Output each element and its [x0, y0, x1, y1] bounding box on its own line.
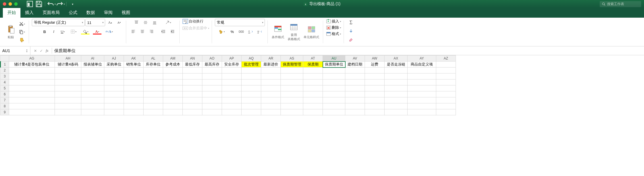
- cell-AQ7[interactable]: [242, 97, 261, 103]
- delete-cells-button[interactable]: 删除▾: [326, 25, 341, 30]
- cell-AZ9[interactable]: [436, 109, 456, 115]
- cell-AH7[interactable]: [55, 97, 81, 103]
- cell-AW8[interactable]: [365, 103, 385, 109]
- cell-AP9[interactable]: [222, 109, 242, 115]
- cell-AL1[interactable]: 库存单位: [144, 62, 163, 67]
- cell-AK3[interactable]: [124, 73, 144, 79]
- spreadsheet-grid[interactable]: AGAHAIAJAKALAMANAOAPAQARASATAUAVAWAXAYAZ…: [0, 55, 644, 115]
- bold-button[interactable]: B: [40, 28, 49, 35]
- cell-AQ6[interactable]: [242, 91, 261, 97]
- cell-AM8[interactable]: [163, 103, 183, 109]
- name-box-stepper[interactable]: ▲▼: [26, 49, 28, 53]
- cell-AP6[interactable]: [222, 91, 242, 97]
- row-header-5[interactable]: 5: [1, 85, 9, 91]
- italic-button[interactable]: I: [49, 28, 58, 35]
- cell-AM4[interactable]: [163, 79, 183, 85]
- cell-AU5[interactable]: [323, 85, 345, 91]
- name-box[interactable]: AU1 ▲▼: [0, 46, 30, 55]
- cell-AJ6[interactable]: [104, 91, 124, 97]
- row-header-4[interactable]: 4: [1, 79, 9, 85]
- cell-AH8[interactable]: [55, 103, 81, 109]
- cell-AI4[interactable]: [81, 79, 104, 85]
- cell-AR6[interactable]: [261, 91, 281, 97]
- cell-AL3[interactable]: [144, 73, 163, 79]
- cell-AX1[interactable]: 是否走冻链: [385, 62, 408, 67]
- cell-AM7[interactable]: [163, 97, 183, 103]
- home-icon[interactable]: [26, 1, 34, 7]
- cell-AZ1[interactable]: [436, 62, 456, 67]
- column-header-AX[interactable]: AX: [385, 56, 408, 62]
- cell-AV4[interactable]: [345, 79, 365, 85]
- cell-AK9[interactable]: [124, 109, 144, 115]
- phonetic-button[interactable]: abcA▾: [103, 28, 115, 35]
- cell-AV5[interactable]: [345, 85, 365, 91]
- cell-AY2[interactable]: [408, 67, 436, 73]
- cell-AW9[interactable]: [365, 109, 385, 115]
- orientation-button[interactable]: ▾: [162, 19, 174, 26]
- cell-AL7[interactable]: [144, 97, 163, 103]
- format-cells-button[interactable]: 格式▾: [326, 31, 341, 36]
- cell-AR5[interactable]: [261, 85, 281, 91]
- merge-center-button[interactable]: 合并后居中 ▾: [182, 26, 209, 31]
- cell-AR2[interactable]: [261, 67, 281, 73]
- cell-AK6[interactable]: [124, 91, 144, 97]
- clear-button[interactable]: [347, 36, 355, 43]
- tab-review[interactable]: 审阅: [99, 8, 117, 18]
- close-window-button[interactable]: [3, 2, 6, 6]
- cell-AY1[interactable]: 商品自定义项: [408, 62, 436, 67]
- cell-AH2[interactable]: [55, 67, 81, 73]
- column-header-AP[interactable]: AP: [222, 56, 242, 62]
- cell-AI1[interactable]: 报表辅单位: [81, 62, 104, 67]
- column-header-AW[interactable]: AW: [365, 56, 385, 62]
- row-header-1[interactable]: 1: [1, 62, 9, 67]
- cell-AQ8[interactable]: [242, 103, 261, 109]
- cell-AO6[interactable]: [202, 91, 222, 97]
- cell-AM5[interactable]: [163, 85, 183, 91]
- cell-AX4[interactable]: [385, 79, 408, 85]
- cell-AO1[interactable]: 最高库存: [202, 62, 222, 67]
- cell-AP3[interactable]: [222, 73, 242, 79]
- column-header-AI[interactable]: AI: [81, 56, 104, 62]
- column-header-AZ[interactable]: AZ: [436, 56, 456, 62]
- cell-AP1[interactable]: 安全库存: [222, 62, 242, 67]
- cell-AV1[interactable]: 建档日期: [345, 62, 365, 67]
- cell-AK2[interactable]: [124, 67, 144, 73]
- cell-AY8[interactable]: [408, 103, 436, 109]
- cell-AZ7[interactable]: [436, 97, 456, 103]
- increase-font-button[interactable]: A▴: [106, 19, 114, 26]
- cell-AL9[interactable]: [144, 109, 163, 115]
- cell-AS5[interactable]: [281, 85, 303, 91]
- cell-AN1[interactable]: 最低库存: [183, 62, 202, 67]
- cell-AT1[interactable]: 保质期: [303, 62, 323, 67]
- accept-formula-button[interactable]: ✓: [40, 49, 43, 53]
- font-name-select[interactable]: 等线 Regular (正文): [32, 19, 85, 26]
- cell-AZ6[interactable]: [436, 91, 456, 97]
- cell-AM2[interactable]: [163, 67, 183, 73]
- cell-AI3[interactable]: [81, 73, 104, 79]
- cell-AN3[interactable]: [183, 73, 202, 79]
- font-size-select[interactable]: 11: [85, 19, 105, 26]
- cell-AU7[interactable]: [323, 97, 345, 103]
- cell-AU8[interactable]: [323, 103, 345, 109]
- maximize-window-button[interactable]: [14, 2, 18, 6]
- cell-AX5[interactable]: [385, 85, 408, 91]
- cell-AU3[interactable]: [323, 73, 345, 79]
- cell-AW3[interactable]: [365, 73, 385, 79]
- cell-AY6[interactable]: [408, 91, 436, 97]
- cell-AZ3[interactable]: [436, 73, 456, 79]
- customize-qat-icon[interactable]: ▾: [69, 1, 76, 7]
- increase-indent-button[interactable]: [168, 28, 177, 35]
- cell-AL4[interactable]: [144, 79, 163, 85]
- cell-AI9[interactable]: [81, 109, 104, 115]
- cell-AM9[interactable]: [163, 109, 183, 115]
- cell-AQ2[interactable]: [242, 67, 261, 73]
- cell-AI6[interactable]: [81, 91, 104, 97]
- cell-AZ8[interactable]: [436, 103, 456, 109]
- cell-AP2[interactable]: [222, 67, 242, 73]
- format-painter-button[interactable]: [18, 36, 26, 44]
- cell-AO5[interactable]: [202, 85, 222, 91]
- cell-AP7[interactable]: [222, 97, 242, 103]
- cell-AZ4[interactable]: [436, 79, 456, 85]
- column-header-AK[interactable]: AK: [124, 56, 144, 62]
- cell-AU9[interactable]: [323, 109, 345, 115]
